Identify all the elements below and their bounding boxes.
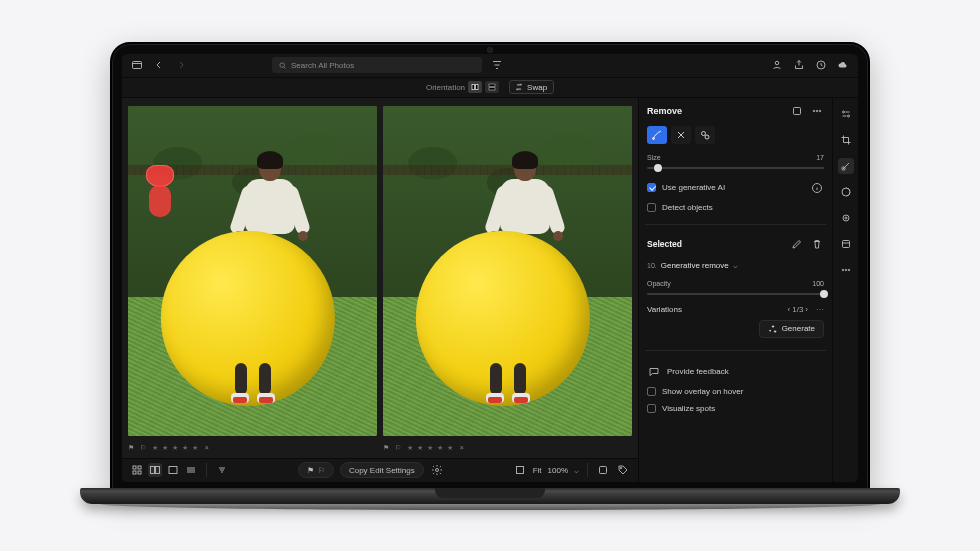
orientation-label: Orientation [426, 83, 465, 92]
compare-viewer [122, 98, 638, 442]
rail-presets-icon[interactable] [838, 236, 854, 252]
rail-redeye-icon[interactable] [838, 210, 854, 226]
detect-objects-label: Detect objects [662, 203, 713, 212]
rail-mask-icon[interactable] [838, 184, 854, 200]
gen-remove-index: 10. [647, 262, 657, 269]
orientation-top-bottom[interactable] [485, 81, 499, 93]
size-label: Size [647, 154, 661, 161]
search-icon [278, 61, 287, 70]
flag-icon[interactable]: ⚑ [128, 444, 134, 452]
svg-rect-11 [138, 471, 141, 474]
fit-square-icon[interactable] [513, 463, 527, 477]
photo-after[interactable] [383, 106, 632, 436]
variations-stepper[interactable]: ‹ 1/3 › ⋯ [788, 305, 824, 314]
filmstrip-icon[interactable] [184, 463, 198, 477]
fit-label[interactable]: Fit [533, 466, 542, 475]
before-meta: ⚑ ⚐ ★ ★ ★ ★ ★ × [128, 442, 377, 454]
provide-feedback-link[interactable]: Provide feedback [647, 365, 824, 379]
compare-view-icon[interactable] [148, 463, 162, 477]
svg-point-24 [702, 131, 706, 135]
tool-rail [832, 98, 858, 482]
svg-point-15 [435, 469, 438, 472]
search-field[interactable]: Search All Photos [272, 57, 482, 73]
zoom-value[interactable]: 100% [548, 466, 568, 475]
edit-selection-icon[interactable] [790, 237, 804, 251]
photo-before[interactable] [128, 106, 377, 436]
svg-rect-0 [133, 62, 142, 69]
svg-point-34 [842, 269, 844, 271]
clear-rating[interactable]: × [205, 444, 209, 451]
selected-heading: Selected [647, 239, 682, 249]
svg-point-1 [280, 62, 285, 67]
filter-icon[interactable] [490, 58, 504, 72]
flag-pill[interactable]: ⚑⚐ [298, 462, 334, 478]
my-photos-icon[interactable] [130, 58, 144, 72]
opacity-label: Opacity [647, 280, 671, 287]
orientation-side-by-side[interactable] [468, 81, 482, 93]
info-tag-icon[interactable] [596, 463, 610, 477]
opacity-slider[interactable] [647, 289, 824, 299]
settings-gear-icon[interactable] [430, 463, 444, 477]
show-overlay-checkbox[interactable]: Show overlay on hover [647, 387, 824, 396]
back-button[interactable] [152, 58, 166, 72]
clear-rating-2[interactable]: × [460, 444, 464, 451]
use-gen-ai-checkbox[interactable]: Use generative AI [647, 181, 824, 195]
rail-crop-icon[interactable] [838, 132, 854, 148]
opacity-field: Opacity100 [647, 280, 824, 299]
cloud-icon[interactable] [836, 58, 850, 72]
rail-heal-icon[interactable] [838, 158, 854, 174]
rating-stars-2[interactable]: ★ ★ ★ ★ ★ [407, 444, 454, 452]
sort-icon[interactable] [215, 463, 229, 477]
variations-next-icon[interactable]: › [805, 305, 808, 314]
gen-ai-info-icon[interactable] [810, 181, 824, 195]
generative-remove-item[interactable]: 10. Generative remove ⌵ [647, 261, 824, 270]
grid-view-icon[interactable] [130, 463, 144, 477]
flag-icon-2[interactable]: ⚑ [383, 444, 389, 452]
generate-label: Generate [782, 324, 815, 333]
variations-value: 1/3 [792, 305, 803, 314]
swap-button[interactable]: Swap [509, 80, 554, 94]
svg-point-27 [842, 111, 844, 113]
size-value: 17 [816, 154, 824, 161]
svg-point-32 [845, 217, 847, 219]
rail-edit-icon[interactable] [838, 106, 854, 122]
clock-icon[interactable] [814, 58, 828, 72]
panel-reset-icon[interactable] [790, 104, 804, 118]
clone-tool[interactable] [695, 126, 715, 144]
bottom-toolbar: ⚑⚐ Copy Edit Settings Fit 100% ⌵ [122, 458, 638, 482]
compare-bar: Orientation Swap [122, 78, 858, 98]
person-icon[interactable] [770, 58, 784, 72]
rail-more-icon[interactable] [838, 262, 854, 278]
copy-edit-settings-label: Copy Edit Settings [349, 466, 415, 475]
variations-prev-icon[interactable]: ‹ [788, 305, 791, 314]
visualize-spots-label: Visualize spots [662, 404, 715, 413]
variations-more-icon[interactable]: ⋯ [816, 305, 824, 314]
provide-feedback-label: Provide feedback [667, 367, 729, 376]
visualize-spots-checkbox[interactable]: Visualize spots [647, 404, 824, 413]
top-bar: Search All Photos [122, 54, 858, 78]
share-icon[interactable] [792, 58, 806, 72]
svg-rect-12 [151, 467, 155, 474]
forward-button[interactable] [174, 58, 188, 72]
remove-tool-row [647, 126, 824, 144]
laptop-frame: Search All Photos Orientation [110, 42, 870, 510]
reject-icon-2[interactable]: ⚐ [395, 444, 401, 452]
remove-tool-brush[interactable] [647, 126, 667, 144]
svg-rect-10 [133, 471, 136, 474]
panel-menu-icon[interactable] [810, 104, 824, 118]
generate-button[interactable]: Generate [759, 320, 824, 338]
size-slider[interactable] [647, 163, 824, 173]
copy-edit-settings-button[interactable]: Copy Edit Settings [340, 462, 424, 478]
detect-objects-checkbox[interactable]: Detect objects [647, 203, 824, 212]
svg-rect-4 [472, 84, 474, 89]
reject-icon[interactable]: ⚐ [140, 444, 146, 452]
keywords-icon[interactable] [616, 463, 630, 477]
use-gen-ai-label: Use generative AI [662, 183, 725, 192]
zoom-chevron-icon[interactable]: ⌵ [574, 466, 579, 475]
heal-tool[interactable] [671, 126, 691, 144]
detail-view-icon[interactable] [166, 463, 180, 477]
delete-selection-icon[interactable] [810, 237, 824, 251]
rating-stars[interactable]: ★ ★ ★ ★ ★ [152, 444, 199, 452]
svg-rect-17 [600, 467, 607, 474]
feedback-icon [647, 365, 661, 379]
